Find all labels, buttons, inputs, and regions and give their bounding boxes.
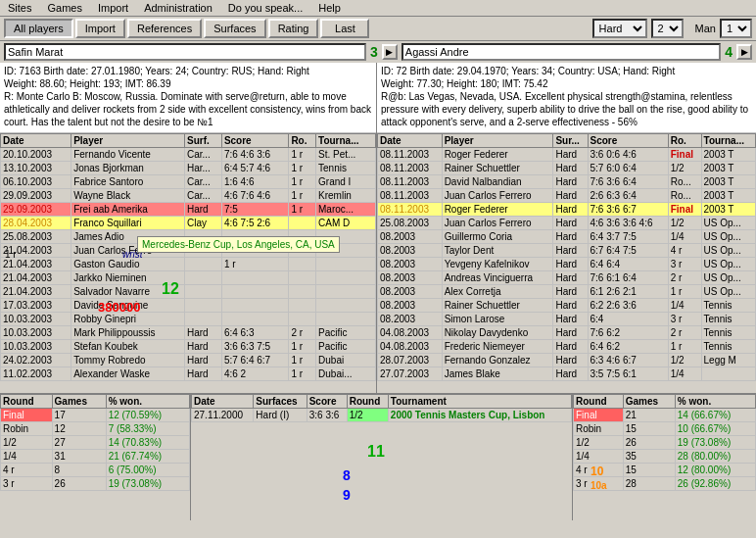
right-table-cell: Tennis — [701, 299, 755, 313]
bm-cell: 27.11.2000 — [192, 409, 254, 422]
rating-button[interactable]: Rating — [268, 19, 319, 38]
left-table-cell: Alexander Waske — [71, 367, 185, 381]
left-table-cell: 11.02.2003 — [1, 367, 71, 381]
import-button[interactable]: Import — [75, 19, 125, 38]
bottom-right-panel[interactable]: Round Games % won. Final2114 (66.67%)Rob… — [573, 394, 756, 520]
col-surf: Surf. — [185, 134, 222, 148]
all-players-button[interactable]: All players — [4, 19, 73, 38]
left-table-cell: 4:6 7:6 4:6 — [221, 189, 289, 203]
right-arrow-button[interactable]: ▶ — [736, 44, 752, 60]
right-table-cell: Hard — [553, 285, 588, 299]
right-table-cell: Hard — [553, 258, 588, 271]
menu-import[interactable]: Import — [94, 1, 132, 15]
right-table-cell: 2003 T — [701, 148, 755, 162]
br-cell: 21 — [623, 409, 675, 422]
right-table-cell: Rainer Schuettler — [442, 162, 553, 175]
right-table-cell: Juan Carlos Ferrero — [442, 217, 553, 230]
left-table-cell — [289, 313, 316, 326]
last-button[interactable]: Last — [320, 19, 369, 38]
right-table-cell: US Op... — [701, 258, 755, 271]
left-table-cell: Tommy Robredo — [71, 354, 185, 367]
left-table-cell: Kremlin — [316, 189, 376, 203]
menu-games[interactable]: Games — [43, 1, 85, 15]
right-table-cell: 1/2 — [668, 354, 701, 367]
left-table-cell: 1 r — [221, 258, 289, 271]
right-table-cell: 2003 T — [701, 175, 755, 189]
left-arrow-button[interactable]: ▶ — [382, 44, 398, 60]
right-table-cell: Roger Federer — [442, 148, 553, 162]
right-table-cell: 4 r — [668, 244, 701, 258]
bl-cell: 7 (58.33%) — [106, 422, 189, 436]
right-table-cell: 7:6 6:1 6:4 — [588, 271, 668, 285]
right-table-cell: 08.11.2003 — [378, 175, 443, 189]
right-table-cell: 27.07.2003 — [378, 367, 443, 381]
right-table-cell: 2003 T — [701, 162, 755, 175]
left-player-search[interactable] — [4, 43, 366, 61]
left-table-cell: 1 r — [289, 203, 316, 217]
left-table-cell — [289, 217, 316, 230]
right-table-cell: US Op... — [701, 271, 755, 285]
br-cell: 14 (66.67%) — [675, 409, 755, 422]
menu-help[interactable]: Help — [314, 1, 345, 15]
left-table-cell: 1 r — [289, 148, 316, 162]
col-player-r: Player — [442, 134, 553, 148]
right-table-cell: 2 r — [668, 271, 701, 285]
left-table-cell: 4:6 2 — [221, 367, 289, 381]
bl-cell: 27 — [52, 436, 106, 450]
anno-11: 11 — [367, 443, 385, 461]
surfaces-button[interactable]: Surfaces — [204, 19, 265, 38]
col-round-r: Ro. — [668, 134, 701, 148]
right-table-cell — [701, 367, 755, 381]
bl-cell: 1/2 — [1, 436, 53, 450]
bottom-mid-panel[interactable]: Date Surfaces Score Round Tournament 27.… — [191, 394, 573, 520]
col-round: Ro. — [289, 134, 316, 148]
right-table-cell: 08.2003 — [378, 285, 443, 299]
references-button[interactable]: References — [127, 19, 202, 38]
menu-administration[interactable]: Administration — [140, 1, 216, 15]
col-score-r: Score — [588, 134, 668, 148]
man-num-dropdown[interactable]: 12 — [720, 19, 752, 38]
left-matches-table: Date Player Surf. Score Ro. Tourna... 20… — [0, 133, 376, 381]
hard-num-dropdown[interactable]: 213 — [651, 19, 684, 38]
left-table-cell: 10.03.2003 — [1, 326, 71, 340]
right-table-cell: 08.11.2003 — [378, 189, 443, 203]
left-table-cell: 21.04.2003 — [1, 285, 71, 299]
br-col-round: Round — [574, 395, 624, 409]
right-table-cell: 6:4 6:4 — [588, 258, 668, 271]
left-table-cell — [221, 285, 289, 299]
bottom-section: Round Games % won. Final1712 (70.59%)Rob… — [0, 393, 756, 520]
menu-sites[interactable]: Sites — [4, 1, 35, 15]
left-table-cell: 06.10.2003 — [1, 175, 71, 189]
right-table-cell: Hard — [553, 367, 588, 381]
man-label: Man — [695, 23, 716, 34]
bl-col-pct: % won. — [106, 395, 189, 409]
right-table-cell: Hard — [553, 299, 588, 313]
left-table-cell: Clay — [185, 217, 222, 230]
right-table-cell: 1/4 — [668, 230, 701, 244]
left-table-cell: Har... — [185, 162, 222, 175]
right-table-cell: 2003 T — [701, 203, 755, 217]
left-table-container[interactable]: Date Player Surf. Score Ro. Tourna... 20… — [0, 133, 376, 393]
right-table-cell: 1/4 — [668, 367, 701, 381]
surface-dropdown[interactable]: HardClayGrass — [592, 19, 647, 38]
left-player-info: ID: 7163 Birth date: 27.01.1980; Years: … — [0, 63, 376, 133]
right-table-cell: 08.2003 — [378, 230, 443, 244]
left-table-cell — [316, 299, 376, 313]
left-table-cell — [221, 299, 289, 313]
right-table-cell: 4:6 3:6 3:6 4:6 — [588, 217, 668, 230]
right-table-container[interactable]: Date Player Sur... Score Ro. Tourna... 0… — [377, 133, 756, 393]
bm-col-surf: Surfaces — [254, 395, 307, 409]
br-cell: 10 (66.67%) — [675, 422, 755, 436]
left-table-cell: Maroc... — [316, 203, 376, 217]
bottom-left-panel[interactable]: Round Games % won. Final1712 (70.59%)Rob… — [0, 394, 191, 520]
right-table-cell: Hard — [553, 313, 588, 326]
left-table-cell: 29.09.2003 — [1, 203, 71, 217]
bottom-mid-table: Date Surfaces Score Round Tournament 27.… — [191, 394, 572, 422]
toolbar: All players Import References Surfaces R… — [0, 17, 756, 41]
right-table-cell: 08.2003 — [378, 244, 443, 258]
menu-do-you-speak[interactable]: Do you speak... — [224, 1, 307, 15]
br-cell: 26 — [623, 436, 675, 450]
left-table-cell: Frei aab Amerika — [71, 203, 185, 217]
right-player-search[interactable] — [402, 43, 721, 61]
right-table-cell: Guillermo Coria — [442, 230, 553, 244]
